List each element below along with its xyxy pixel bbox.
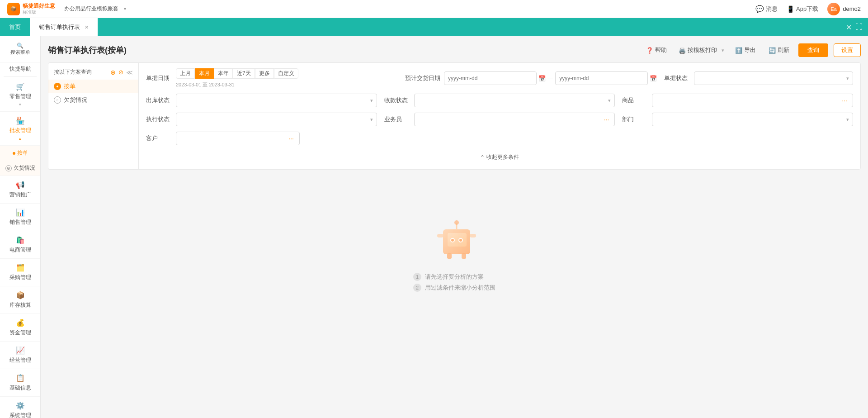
search-menu-label: 搜索菜单 [10, 49, 30, 55]
filter-delivery-field: 预计交货日期 📅 — 📅 [405, 71, 657, 85]
scheme-item-order[interactable]: ● 按单 [48, 80, 138, 93]
delivery-start-input[interactable] [444, 71, 537, 85]
filter-scheme-panel: 按以下方案查询 ⊕ ⊘ ≪ ● 按单 ○ 欠货情况 [48, 63, 139, 169]
order-dot-icon [13, 152, 15, 155]
sidebar-item-purchase[interactable]: 🗂️ 采购管理 [0, 259, 40, 286]
user-info[interactable]: Ea demo2 [827, 3, 861, 15]
sidebar-sub-item-order[interactable]: 按单 [0, 146, 40, 161]
marketing-icon: 📢 [16, 180, 25, 189]
collection-status-chevron-icon [608, 97, 611, 104]
tab-sales-execution[interactable]: 销售订单执行表 ✕ [30, 18, 98, 36]
collection-field-label: 收款状态 [384, 96, 411, 104]
tab-maximize-btn[interactable]: ⛶ [855, 23, 863, 31]
empty-box-outer [436, 216, 472, 252]
filter-row-1: 单据日期 上月 本月 本年 近7天 更多 自定义 [146, 68, 853, 88]
sidebar-item-sales[interactable]: 📊 销售管理 [0, 204, 40, 231]
message-btn[interactable]: 💬 消息 [755, 5, 778, 13]
collection-status-select[interactable] [414, 94, 615, 107]
goods-select[interactable]: ··· [652, 94, 853, 107]
delivery-end-calendar-icon[interactable]: 📅 [650, 75, 657, 82]
empty-state: 1 请先选择要分析的方案 2 用过滤条件来缩小分析范围 [48, 175, 861, 328]
query-btn[interactable]: 查询 [798, 43, 828, 57]
department-select[interactable] [652, 113, 853, 126]
refresh-btn[interactable]: 🔄 刷新 [765, 44, 793, 56]
tab-close-btn[interactable]: ✕ [846, 23, 852, 32]
help-label: 帮助 [655, 46, 667, 54]
print-btn[interactable]: 🖨️ 按模板打印 [676, 44, 720, 56]
sidebar-sub-item-shortage[interactable]: ⊙ 欠货情况 [0, 161, 40, 176]
message-icon: 💬 [755, 5, 764, 13]
customer-select[interactable]: ··· [176, 132, 300, 145]
tab-bar: 首页 销售订单执行表 ✕ ✕ ⛶ [0, 18, 868, 36]
sidebar-divider-1 [4, 76, 37, 77]
add-scheme-icon[interactable]: ⊕ [110, 69, 116, 76]
edit-scheme-icon[interactable]: ⊘ [118, 69, 123, 76]
salesperson-select[interactable]: ··· [414, 113, 615, 126]
collapse-icon: ⌃ [480, 154, 485, 161]
finance-label: 资金管理 [9, 329, 31, 337]
delivery-end-input[interactable] [555, 71, 648, 85]
customer-field-label: 客户 [146, 134, 173, 142]
svg-rect-10 [447, 253, 452, 259]
help-icon: ❓ [646, 47, 653, 54]
tab-home[interactable]: 首页 [0, 18, 30, 36]
filter-goods-field: 商品 ··· [622, 94, 853, 107]
main-content: 销售订单执行表(按单) ❓ 帮助 🖨️ 按模板打印 ▾ ⬆️ 导出 🔄 刷新 [41, 36, 868, 418]
tab-sales-execution-label: 销售订单执行表 [39, 23, 80, 31]
shortage-sub-label: 欠货情况 [14, 164, 35, 172]
print-dropdown-icon[interactable]: ▾ [720, 46, 726, 55]
date-tab-this-year[interactable]: 本年 [214, 68, 233, 79]
quick-nav-label[interactable]: 快捷导航 [0, 62, 40, 76]
date-tabs: 上月 本月 本年 近7天 更多 自定义 [176, 68, 298, 79]
tab-home-label: 首页 [9, 23, 21, 31]
collapse-scheme-icon[interactable]: ≪ [126, 69, 133, 76]
exec-field-label: 执行状态 [146, 115, 173, 124]
customer-ellipsis-icon[interactable]: ··· [287, 135, 296, 142]
scheme-shortage-icon: ○ [54, 96, 61, 104]
operation-icon: 📈 [16, 346, 25, 355]
top-header-left: 📦 畅捷通好生意 标准版 办公用品行业模拟账套 ▾ [7, 3, 126, 15]
tab-close-icon[interactable]: ✕ [85, 24, 89, 30]
user-avatar: Ea [827, 3, 840, 15]
help-btn[interactable]: ❓ 帮助 [642, 44, 670, 56]
sidebar-item-finance[interactable]: 💰 资金管理 [0, 314, 40, 342]
ship-status-select[interactable] [176, 94, 377, 107]
print-label: 按模板打印 [688, 46, 717, 54]
search-menu-btn[interactable]: 🔍 搜索菜单 [4, 41, 37, 57]
refresh-icon: 🔄 [769, 47, 776, 54]
export-btn[interactable]: ⬆️ 导出 [731, 44, 760, 56]
scheme-item-shortage[interactable]: ○ 欠货情况 [48, 93, 138, 107]
svg-rect-11 [462, 253, 466, 259]
sidebar-item-inventory[interactable]: 📦 库存核算 [0, 286, 40, 314]
app-download-btn[interactable]: 📱 App下载 [787, 5, 818, 13]
date-tab-this-month[interactable]: 本月 [195, 68, 214, 79]
settings-btn[interactable]: 设置 [834, 43, 861, 57]
header-dropdown-icon[interactable]: ▾ [124, 6, 126, 11]
sidebar-item-retail[interactable]: 🛒 零售管理 ▾ [0, 78, 40, 112]
exec-status-select[interactable] [176, 113, 377, 126]
sidebar-item-system[interactable]: ⚙️ 系统管理 [0, 397, 40, 418]
order-sub-label: 按单 [17, 149, 28, 157]
collapse-more-btn[interactable]: ⌃ 收起更多条件 [146, 151, 853, 164]
sidebar-item-wholesale[interactable]: 🏪 批发管理 ▴ [0, 112, 40, 146]
goods-ellipsis-icon[interactable]: ··· [840, 97, 849, 104]
wholesale-icon: 🏪 [16, 116, 25, 125]
logo-area[interactable]: 📦 畅捷通好生意 标准版 [7, 3, 55, 15]
delivery-field-label: 预计交货日期 [405, 74, 441, 82]
sidebar-item-basic[interactable]: 📋 基础信息 [0, 369, 40, 397]
date-tab-last-month[interactable]: 上月 [176, 68, 195, 79]
date-tab-7days[interactable]: 近7天 [233, 68, 255, 79]
goods-field-label: 商品 [622, 96, 649, 104]
doc-status-select[interactable] [694, 71, 853, 85]
salesperson-ellipsis-icon[interactable]: ··· [602, 116, 611, 123]
wholesale-arrow-icon: ▴ [19, 136, 21, 141]
page-title: 销售订单执行表(按单) [48, 45, 127, 56]
date-tab-custom[interactable]: 自定义 [274, 68, 298, 79]
app-name: 畅捷通好生意 [23, 3, 55, 9]
sidebar-item-operation[interactable]: 📈 经营管理 [0, 342, 40, 369]
delivery-start-calendar-icon[interactable]: 📅 [538, 75, 546, 82]
sidebar-item-ecommerce[interactable]: 🛍️ 电商管理 [0, 231, 40, 259]
date-tab-more[interactable]: 更多 [255, 68, 274, 79]
svg-point-4 [451, 239, 454, 242]
sidebar-item-marketing[interactable]: 📢 营销推广 [0, 176, 40, 204]
